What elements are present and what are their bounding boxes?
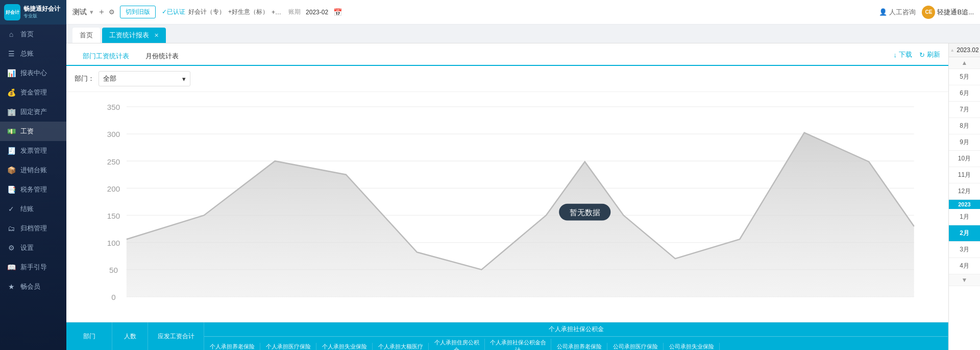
date-item-11m[interactable]: 11月 [949, 167, 980, 183]
switch-view-button[interactable]: 切到旧版 [120, 6, 156, 18]
filter-row: 部门： 全部 ▾ [66, 66, 948, 92]
sidebar-logo: 好会计 畅捷通好会计 专业版 [0, 0, 66, 25]
user-menu[interactable]: CE 轻捷通B追... [922, 6, 974, 19]
sidebar: 好会计 畅捷通好会计 专业版 ⌂ 首页 ☰ 总账 📊 报表中心 💰 资金管理 🏢… [0, 0, 66, 350]
date-item-4m-2023[interactable]: 4月 [949, 258, 980, 274]
sidebar-item-settings[interactable]: ⚙ 设置 [0, 238, 66, 258]
svg-text:300: 300 [107, 130, 120, 138]
sidebar-item-salary[interactable]: 💵 工资 [0, 122, 66, 141]
date-item-7m[interactable]: 7月 [949, 102, 980, 118]
sidebar-item-reports[interactable]: 📊 报表中心 [0, 63, 66, 83]
th-count: 人数 [112, 322, 148, 350]
calendar-icon[interactable]: 📅 [333, 8, 342, 16]
logo-icon: 好会计 [4, 4, 20, 20]
reports-icon: 📊 [6, 69, 16, 77]
svg-text:50: 50 [109, 266, 118, 274]
logo-text: 畅捷通好会计 专业版 [23, 5, 60, 19]
topbar-badges: ✓已认证 好会计（专） +好生意（标） +… 账期 2023-02 📅 [162, 8, 879, 16]
settings-icon: ⚙ [6, 244, 16, 252]
sidebar-item-funds[interactable]: 💰 资金管理 [0, 83, 66, 102]
settle-icon: ✓ [6, 205, 16, 213]
vip-icon: ★ [6, 283, 16, 291]
date-picker-chevron-up: ▲ [950, 48, 954, 53]
dept-filter-select[interactable]: 全部 ▾ [99, 71, 190, 86]
svg-text:100: 100 [107, 239, 120, 247]
tab-close-icon[interactable]: ✕ [154, 32, 159, 38]
product-badge-2: +好生意（标） [228, 8, 268, 16]
svg-text:200: 200 [107, 184, 120, 193]
sidebar-item-ledger[interactable]: ☰ 总账 [0, 44, 66, 63]
consult-button[interactable]: 👤 人工咨询 [879, 8, 916, 17]
th-personal-old-age: 个人承担养老保险 [204, 343, 260, 350]
table-area: 部门 人数 应发工资合计 个人承担社保公积金 个人承担养老保险 个人承担医疗保险 [66, 322, 948, 350]
settings-icon[interactable]: ⚙ [109, 8, 115, 16]
date-picker-panel: ▲ 2023.02 ▲ 5月 6月 7月 8月 9月 10月 11月 12月 2… [948, 43, 980, 350]
date-item-5m[interactable]: 5月 [949, 69, 980, 85]
date-item-8m[interactable]: 8月 [949, 118, 980, 134]
date-scroll-up[interactable]: ▲ [949, 57, 980, 69]
th-personal-social-total: 个人承担社保公积金合计 [485, 339, 551, 350]
dept-filter-label: 部门： [75, 74, 94, 83]
refresh-icon: ↻ [919, 51, 925, 59]
archive-icon: 🗂 [6, 224, 16, 232]
product-badge-3: +… [272, 9, 281, 16]
date-item-2m-2023[interactable]: 2月 [949, 225, 980, 242]
topbar: 测试 ▾ ＋ ⚙ 切到旧版 ✓已认证 好会计（专） +好生意（标） +… 账期 … [66, 0, 980, 25]
tab-salary-report[interactable]: 工资统计报表 ✕ [102, 28, 166, 43]
date-list: ▲ 5月 6月 7月 8月 9月 10月 11月 12月 2023 1月 2月 … [949, 57, 980, 350]
sub-tab-dept-salary[interactable]: 部门工资统计表 [75, 49, 137, 66]
date-item-1m-2023[interactable]: 1月 [949, 209, 980, 225]
sidebar-item-vip[interactable]: ★ 畅会员 [0, 277, 66, 296]
download-button[interactable]: ↓ 下载 [894, 50, 913, 59]
date-year-2023: 2023 [949, 200, 980, 209]
ledger-icon: ☰ [6, 50, 16, 58]
guide-icon: 📖 [6, 263, 16, 271]
certified-badge: ✓已认证 [162, 8, 185, 16]
svg-text:350: 350 [107, 103, 120, 111]
sidebar-item-settle[interactable]: ✓ 结账 [0, 199, 66, 219]
sidebar-item-purchase[interactable]: 📦 进销台账 [0, 160, 66, 180]
chart-area: 350 300 250 200 150 100 50 0 [66, 92, 948, 322]
th-total-salary: 应发工资合计 [148, 322, 204, 350]
th-personal-unemployment: 个人承担失业保险 [316, 343, 373, 350]
content-area: 部门工资统计表 月份统计表 ↓ 下载 ↻ 刷新 [66, 43, 980, 350]
date-item-3m-2023[interactable]: 3月 [949, 242, 980, 258]
salary-icon: 💵 [6, 127, 16, 135]
tabs-bar: 首页 工资统计报表 ✕ [66, 25, 980, 43]
product-badge-1: 好会计（专） [188, 8, 225, 16]
project-dropdown-icon[interactable]: ▾ [90, 8, 93, 16]
sidebar-item-guide[interactable]: 📖 新手引导 [0, 258, 66, 277]
salary-chart: 350 300 250 200 150 100 50 0 [75, 97, 940, 317]
svg-text:0: 0 [111, 293, 115, 301]
date-scroll-down[interactable]: ▼ [949, 274, 980, 286]
date-item-6m[interactable]: 6月 [949, 85, 980, 102]
user-avatar: CE [922, 6, 935, 19]
download-icon: ↓ [894, 51, 897, 59]
sub-tab-monthly-salary[interactable]: 月份统计表 [137, 49, 187, 66]
tax-icon: 📑 [6, 185, 16, 194]
tab-home[interactable]: 首页 [72, 28, 100, 43]
th-personal-major-medical: 个人承担大额医疗 [373, 343, 429, 350]
date-item-9m[interactable]: 9月 [949, 134, 980, 151]
sidebar-item-invoices[interactable]: 🧾 发票管理 [0, 141, 66, 160]
date-current-label: 2023.02 [957, 46, 978, 54]
select-dropdown-icon: ▾ [182, 75, 186, 83]
date-picker-header: ▲ 2023.02 [949, 43, 980, 57]
sidebar-item-archive[interactable]: 🗂 归档管理 [0, 219, 66, 238]
main-area: 测试 ▾ ＋ ⚙ 切到旧版 ✓已认证 好会计（专） +好生意（标） +… 账期 … [66, 0, 980, 350]
table-header: 部门 人数 应发工资合计 个人承担社保公积金 个人承担养老保险 个人承担医疗保险 [66, 322, 948, 350]
salary-tab-label: 工资统计报表 [109, 31, 149, 39]
date-item-12m[interactable]: 12月 [949, 183, 980, 200]
date-item-10m[interactable]: 10月 [949, 151, 980, 167]
sidebar-item-assets[interactable]: 🏢 固定资产 [0, 102, 66, 122]
sidebar-item-home[interactable]: ⌂ 首页 [0, 25, 66, 44]
sub-tabs-bar: 部门工资统计表 月份统计表 ↓ 下载 ↻ 刷新 [66, 43, 948, 66]
home-icon: ⌂ [6, 30, 16, 38]
sidebar-item-tax[interactable]: 📑 税务管理 [0, 180, 66, 199]
th-personal-housing-fund: 个人承担住房公积金 [429, 339, 485, 350]
th-dept: 部门 [66, 322, 112, 350]
refresh-button[interactable]: ↻ 刷新 [919, 50, 940, 59]
assets-icon: 🏢 [6, 108, 16, 116]
th-company-old-age: 公司承担养老保险 [551, 343, 607, 350]
add-tab-button[interactable]: ＋ [97, 7, 106, 17]
